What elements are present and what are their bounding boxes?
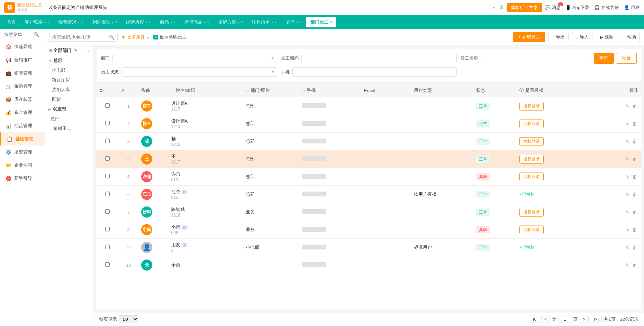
- tab-customer[interactable]: 客户联络 ▾ ×: [21, 17, 54, 27]
- row-checkbox[interactable]: [96, 203, 119, 221]
- edit-icon[interactable]: ✎: [625, 262, 629, 268]
- col-name-code[interactable]: ↑↓ 姓名/编码: [169, 84, 243, 97]
- delete-icon[interactable]: 🗑: [632, 156, 637, 162]
- row-check-input[interactable]: [105, 103, 110, 108]
- row-check-input[interactable]: [105, 156, 110, 161]
- tab-home[interactable]: 首页: [3, 17, 20, 27]
- filter-name-input[interactable]: [481, 54, 591, 63]
- trial-button[interactable]: 体验行业方案: [507, 3, 542, 12]
- import-button[interactable]: ↓ 导入: [572, 32, 592, 42]
- dept-item-shenyang[interactable]: 沈阳大库: [46, 85, 93, 95]
- next-page-button[interactable]: >: [580, 316, 589, 323]
- row-check-input[interactable]: [105, 262, 110, 267]
- row-check-input[interactable]: [105, 139, 110, 143]
- close-icon[interactable]: ×: [207, 20, 209, 24]
- row-check-input[interactable]: [105, 245, 110, 249]
- auth-login-button[interactable]: 授权登录: [519, 102, 544, 111]
- edit-icon[interactable]: ✎: [625, 192, 629, 197]
- sidebar-item-sales[interactable]: 💼 销售管理: [0, 67, 45, 80]
- edit-icon[interactable]: ✎: [625, 103, 629, 109]
- edit-icon[interactable]: ✎: [625, 121, 629, 126]
- dept-tree-parent-hq[interactable]: ▼ 总部: [45, 56, 93, 65]
- user-btn[interactable]: 👤 用友: [624, 5, 640, 11]
- tab-journey[interactable]: 经营历程 ▾ ×: [122, 17, 155, 27]
- close-icon[interactable]: ×: [173, 20, 175, 24]
- edit-icon[interactable]: ✎: [625, 245, 629, 250]
- sidebar-item-guide[interactable]: 🎯 新手引导: [0, 172, 45, 185]
- delete-icon[interactable]: 🗑: [632, 174, 637, 179]
- close-icon[interactable]: ×: [330, 20, 332, 24]
- tab-bom[interactable]: 物料清单 ▾ ×: [248, 17, 281, 27]
- row-checkbox[interactable]: [96, 239, 119, 256]
- row-checkbox[interactable]: [96, 168, 119, 186]
- sidebar-item-inventory[interactable]: 📦 库存核算: [0, 93, 45, 106]
- dropdown-arrow[interactable]: ▾: [493, 5, 495, 10]
- close-icon[interactable]: ×: [274, 20, 276, 24]
- auth-login-button[interactable]: 授权登录: [519, 137, 544, 146]
- dept-item-xiaodian[interactable]: 小电部: [46, 65, 93, 75]
- dept-item-zhishu[interactable]: 植树王二: [45, 124, 93, 133]
- col-settings[interactable]: ⚙: [96, 84, 119, 97]
- filter-status-select[interactable]: [121, 67, 277, 77]
- delete-icon[interactable]: 🗑: [632, 121, 637, 126]
- page-size-select[interactable]: 50 100: [119, 315, 138, 323]
- delete-icon[interactable]: 🗑: [632, 227, 637, 232]
- tab-warehouse[interactable]: 仓库 ▾ ×: [282, 17, 306, 27]
- more-filter-btn[interactable]: ▼ 更多条件 ▲: [121, 34, 150, 40]
- sidebar-item-system[interactable]: ⚙️ 系统管理: [0, 146, 45, 159]
- delete-icon[interactable]: 🗑: [632, 209, 637, 215]
- filter-code-input[interactable]: [301, 54, 457, 63]
- auth-login-button[interactable]: 授权登录: [519, 208, 544, 217]
- edit-icon[interactable]: ✎: [625, 209, 629, 215]
- row-checkbox[interactable]: [96, 97, 119, 115]
- sidebar-item-collab[interactable]: 🤝 企业协同: [0, 159, 45, 172]
- row-checkbox[interactable]: [96, 150, 119, 168]
- dept-edit-icon[interactable]: ✎: [74, 48, 78, 53]
- sidebar-item-purchase[interactable]: 🛒 采购管理: [0, 80, 45, 93]
- sidebar-item-base[interactable]: 📋 基础信息: [0, 132, 45, 146]
- col-phone[interactable]: ↑↓ 手机: [299, 84, 361, 97]
- delete-icon[interactable]: 🗑: [632, 103, 637, 109]
- delete-icon[interactable]: 🗑: [632, 139, 637, 144]
- close-icon[interactable]: ×: [148, 20, 151, 24]
- last-page-button[interactable]: ⊳|: [591, 316, 602, 323]
- dept-item-peihuo[interactable]: 配货: [46, 95, 93, 104]
- filter-phone-input[interactable]: [292, 67, 457, 77]
- col-dept-pos[interactable]: ↑↓ 部门/职位: [243, 84, 299, 97]
- sidebar-item-finance[interactable]: 💰 资金管理: [0, 106, 45, 119]
- set-button[interactable]: 设置: [616, 53, 637, 64]
- delete-icon[interactable]: 🗑: [632, 245, 637, 250]
- search-input[interactable]: [52, 35, 108, 40]
- sidebar-item-fastnav[interactable]: 🏠 快速导航: [0, 40, 45, 53]
- close-icon[interactable]: ×: [299, 20, 301, 24]
- row-check-input[interactable]: [105, 227, 110, 231]
- search-icon[interactable]: 🔍: [109, 35, 115, 40]
- auth-login-button[interactable]: 授权登录: [519, 155, 544, 164]
- message-btn[interactable]: 💬 消息 5: [545, 5, 561, 11]
- row-check-input[interactable]: [105, 174, 110, 178]
- first-page-button[interactable]: K: [530, 316, 539, 323]
- auth-login-button[interactable]: 授权登录: [519, 226, 544, 234]
- close-icon[interactable]: ×: [241, 20, 243, 24]
- sidebar-search-input[interactable]: [4, 32, 32, 37]
- page-number-input[interactable]: [559, 316, 571, 323]
- tab-employees[interactable]: 部门员工 ×: [306, 17, 336, 27]
- close-icon[interactable]: ×: [81, 20, 83, 24]
- tab-goods[interactable]: 商品 ▾ ×: [156, 17, 180, 27]
- online-service-btn[interactable]: 🎧 在线客服: [594, 5, 619, 11]
- help-button[interactable]: | 帮助: [621, 32, 640, 42]
- row-check-input[interactable]: [105, 192, 110, 196]
- dept-item-zongbu[interactable]: 总部: [45, 114, 93, 124]
- edit-icon[interactable]: ✎: [625, 227, 629, 232]
- sidebar-item-marketing[interactable]: 📢 营销推广: [0, 53, 45, 67]
- show-inactive-toggle[interactable]: ✓ 显示离职员工: [153, 34, 187, 40]
- view-button[interactable]: ▶ 视频: [596, 32, 617, 42]
- close-icon[interactable]: ×: [115, 20, 117, 24]
- sidebar-item-business[interactable]: 📊 经营管理: [0, 119, 45, 132]
- tab-profit[interactable]: 利润报告 ▾ ×: [88, 17, 121, 27]
- close-icon[interactable]: ×: [47, 20, 49, 24]
- settings-gear-icon[interactable]: ⚙: [99, 88, 103, 93]
- edit-icon[interactable]: ✎: [625, 174, 629, 179]
- delete-icon[interactable]: 🗑: [632, 262, 637, 268]
- tab-barcode[interactable]: 条码方案 ▾ ×: [214, 17, 247, 27]
